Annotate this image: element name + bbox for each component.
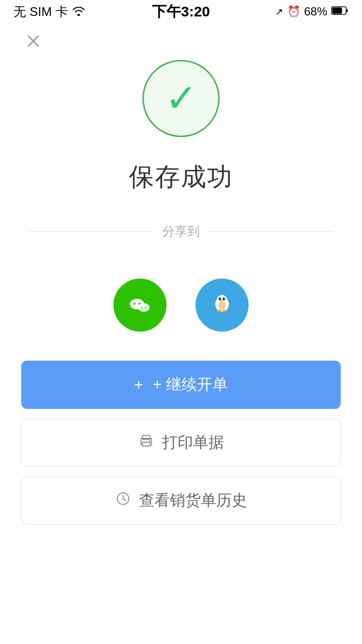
status-time: 下午3:20: [152, 2, 210, 22]
print-button[interactable]: 打印单据: [21, 419, 341, 467]
success-circle: ✓: [142, 60, 220, 137]
history-label: 查看销货单历史: [139, 490, 247, 511]
success-title: 保存成功: [129, 160, 233, 194]
wifi-icon: [72, 4, 85, 19]
svg-point-18: [218, 300, 226, 310]
divider-line-left: [29, 231, 153, 232]
svg-point-9: [141, 307, 143, 308]
share-label: 分享到: [162, 223, 200, 240]
svg-point-13: [219, 297, 222, 300]
actions: + + 继续开单 打印单据: [0, 361, 362, 525]
svg-point-8: [139, 303, 140, 305]
svg-rect-23: [142, 442, 150, 446]
printer-icon: [138, 433, 154, 453]
svg-point-10: [145, 307, 147, 308]
divider-row: 分享到: [29, 223, 333, 240]
svg-point-14: [223, 297, 225, 300]
clock-icon: [115, 490, 131, 511]
status-bar: 无 SIM 卡 下午3:20 ↗ ⏰ 68%: [0, 0, 362, 21]
svg-point-16: [224, 298, 225, 299]
divider-line-right: [209, 231, 333, 232]
status-left: 无 SIM 卡: [14, 3, 85, 20]
wechat-share-button[interactable]: [113, 279, 167, 332]
main-content: ✓ 保存成功 分享到: [0, 21, 362, 525]
alarm-icon: ⏰: [287, 5, 300, 18]
qq-share-button[interactable]: [195, 279, 249, 332]
checkmark-icon: ✓: [165, 79, 197, 118]
share-icons: [113, 279, 249, 332]
svg-rect-1: [333, 8, 342, 14]
svg-point-20: [223, 310, 227, 312]
status-right: ↗ ⏰ 68%: [275, 5, 348, 18]
battery-label: 68%: [304, 5, 327, 18]
print-label: 打印单据: [162, 432, 224, 453]
no-sim-label: 无 SIM 卡: [14, 3, 68, 20]
plus-icon: +: [134, 376, 143, 394]
location-icon: ↗: [275, 6, 283, 17]
svg-point-24: [149, 440, 151, 442]
svg-point-15: [220, 298, 221, 299]
battery-icon: [331, 5, 348, 18]
svg-point-19: [217, 310, 222, 312]
share-section: 分享到: [0, 223, 362, 259]
svg-point-7: [134, 303, 136, 305]
continue-label: + 继续开单: [153, 374, 228, 395]
close-button[interactable]: [21, 29, 45, 53]
svg-line-27: [123, 499, 125, 501]
continue-button[interactable]: + + 继续开单: [21, 361, 341, 409]
svg-rect-2: [347, 9, 348, 12]
history-button[interactable]: 查看销货单历史: [21, 476, 341, 525]
